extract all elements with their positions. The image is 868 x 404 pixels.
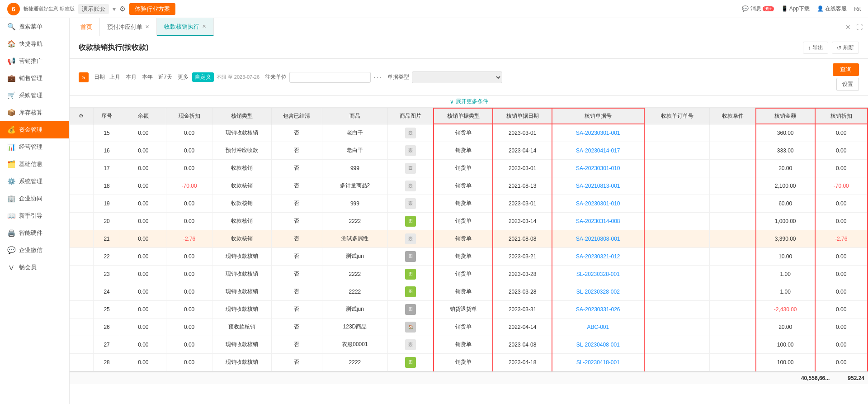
cell-bill-no: SA-20230331-026 <box>552 300 644 318</box>
cell-balance: 0.00 <box>120 283 166 300</box>
tab-prepay[interactable]: 预付冲应付单✕ <box>100 18 157 36</box>
sales-icon: 💼 <box>7 74 15 82</box>
logo-text: 畅捷通谱好生意 标准版 <box>24 5 75 12</box>
sidebar-item-marketing[interactable]: 📢营销推广 <box>0 52 69 70</box>
table-row: 21 0.00 -2.76 收款核销 否 测试多属性 🖼 销货单 2021-08… <box>70 230 868 247</box>
cell-balance: 0.00 <box>120 159 166 177</box>
table-footer: 40,556,66... 952.24 <box>70 371 868 384</box>
cell-goods-img: 🖼 <box>388 195 434 212</box>
bill-no-link[interactable]: SA-20230321-012 <box>576 253 620 260</box>
cell-bill-date: 2023-03-01 <box>493 195 552 212</box>
cell-bill-no: SL-20230328-001 <box>552 265 644 283</box>
cell-cash-discount: 0.00 <box>166 353 212 371</box>
cell-amount: 1,000.00 <box>756 212 815 230</box>
cell-balance: 0.00 <box>120 177 166 195</box>
cell-cash-discount: 0.00 <box>166 318 212 336</box>
cell-bill-date: 2023-03-31 <box>493 300 552 318</box>
sidebar-item-finance[interactable]: 💰资金管理 <box>0 121 69 138</box>
cell-goods: 999 <box>322 159 387 177</box>
cell-included: 否 <box>271 300 322 318</box>
guide-icon: 📖 <box>7 212 15 220</box>
bill-no-link[interactable]: SA-20230301-001 <box>576 130 620 136</box>
sidebar-item-search[interactable]: 🔍搜索菜单 <box>0 18 69 35</box>
cell-seq: 23 <box>93 265 120 283</box>
sidebar-item-sales[interactable]: 💼销售管理 <box>0 70 69 87</box>
date-opt-custom[interactable]: 自定义 <box>192 72 214 82</box>
cell-goods-img: 🖼 <box>388 336 434 353</box>
maximize-tab-btn[interactable]: ⛶ <box>854 22 864 33</box>
filter-bar: » 日期 上月 本月 本年 近7天 更多 自定义 不限 至 2023-07-26 <box>70 59 868 96</box>
sidebar-item-ops[interactable]: 📊经营管理 <box>0 138 69 156</box>
query-btn[interactable]: 查询 <box>833 63 859 76</box>
bill-type-select[interactable] <box>412 71 502 83</box>
filter-bill-type-group: 单据类型 <box>387 71 502 83</box>
settings-gear-btn[interactable]: ⚙ <box>119 5 126 13</box>
date-opt-more[interactable]: 更多 <box>176 72 190 82</box>
date-opt-this-year[interactable]: 本年 <box>140 72 155 82</box>
cell-amount: 3,390.00 <box>756 230 815 247</box>
cell-rec-cond <box>710 353 756 371</box>
bill-no-link[interactable]: SA-20210808-001 <box>576 236 620 242</box>
close-tab-btn[interactable]: ✕ <box>844 22 853 33</box>
sidebar-item-vip[interactable]: V畅会员 <box>0 259 69 276</box>
online-support-label: 在线客服 <box>825 5 847 12</box>
search-icon: 🔍 <box>7 23 15 31</box>
bill-no-link[interactable]: SA-20230301-010 <box>576 165 620 171</box>
cell-cash-discount: 0.00 <box>166 212 212 230</box>
expand-more-label: 展开更多条件 <box>456 98 488 105</box>
company-name: 演示账套 <box>78 4 109 14</box>
sidebar-item-basic[interactable]: 🗂️基础信息 <box>0 156 69 173</box>
top-bar-left: 6 畅捷通谱好生意 标准版 演示账套 ▾ ⚙ 体验行业方案 <box>7 3 736 15</box>
counterpart-input[interactable] <box>289 72 371 83</box>
company-dropdown-icon[interactable]: ▾ <box>113 5 116 13</box>
tab-home[interactable]: 首页 <box>73 18 100 36</box>
cell-bill-no: SL-20230408-001 <box>552 336 644 353</box>
sidebar-item-system[interactable]: ⚙️系统管理 <box>0 173 69 190</box>
table-area: ⚙ 序号 余额 现金折扣 核销类型 包含已结清 商品 商品图片 核销单据类型 核… <box>70 108 868 404</box>
date-opt-last-month[interactable]: 上月 <box>108 72 122 82</box>
corp-icon: 🏢 <box>7 195 15 203</box>
bill-no-link[interactable]: SA-20230414-017 <box>576 147 620 154</box>
sidebar-item-hardware[interactable]: 🖨️智能硬件 <box>0 224 69 242</box>
filter-toggle-btn[interactable]: » <box>79 72 89 82</box>
date-opt-7days[interactable]: 近7天 <box>156 72 174 82</box>
date-options: 上月 本月 本年 近7天 更多 自定义 <box>108 72 214 82</box>
bill-no-link[interactable]: SL-20230418-001 <box>576 359 620 366</box>
sidebar-item-guide[interactable]: 📖新手引导 <box>0 207 69 224</box>
sidebar-item-wechat[interactable]: 💬企业微信 <box>0 242 69 259</box>
bill-no-link[interactable]: ABC-001 <box>587 324 609 330</box>
sidebar-item-inventory[interactable]: 📦库存核算 <box>0 104 69 121</box>
refresh-btn[interactable]: ↺ 刷新 <box>832 42 859 54</box>
sidebar-item-quick[interactable]: 🏠快捷导航 <box>0 35 69 52</box>
export-btn[interactable]: ↑ 导出 <box>803 42 828 54</box>
cell-rec-cond <box>710 283 756 300</box>
cell-rec-order-no <box>644 159 710 177</box>
online-support-btn[interactable]: 👤 在线客服 <box>817 5 847 13</box>
tab-close-prepay[interactable]: ✕ <box>145 24 149 30</box>
trial-industry-btn[interactable]: 体验行业方案 <box>129 3 175 15</box>
sidebar-item-purchase[interactable]: 🛒采购管理 <box>0 87 69 104</box>
sidebar-item-label-marketing: 营销推广 <box>19 57 42 65</box>
bill-no-link[interactable]: SA-20230301-010 <box>576 200 620 207</box>
cell-goods-img: 图 <box>388 265 434 283</box>
messages-btn[interactable]: 💬 消息 99+ <box>742 5 774 13</box>
tab-receivable[interactable]: 收款核销执行✕ <box>157 18 214 36</box>
cell-bill-type: 销货单 <box>434 247 493 265</box>
cell-balance: 0.00 <box>120 124 166 142</box>
bill-no-link[interactable]: SA-20230331-026 <box>576 306 620 313</box>
bill-no-link[interactable]: SL-20230408-001 <box>576 342 620 348</box>
cell-rec-cond <box>710 195 756 212</box>
sidebar-item-corp[interactable]: 🏢企业协同 <box>0 190 69 207</box>
tab-close-receivable[interactable]: ✕ <box>202 24 206 29</box>
date-opt-this-month[interactable]: 本月 <box>124 72 138 82</box>
app-download-btn[interactable]: 📱 App下载 <box>781 5 810 13</box>
bill-no-link[interactable]: SA-20230314-008 <box>576 218 620 224</box>
th-settings[interactable]: ⚙ <box>70 108 93 124</box>
cell-rec-order-no <box>644 195 710 212</box>
bill-no-link[interactable]: SA-20210813-001 <box>576 183 620 189</box>
bill-no-link[interactable]: SL-20230328-002 <box>576 289 620 295</box>
expand-more-btn[interactable]: ∨ 展开更多条件 <box>450 98 488 105</box>
inventory-icon: 📦 <box>7 109 15 117</box>
bill-no-link[interactable]: SL-20230328-001 <box>576 271 620 277</box>
filter-settings-btn[interactable]: 设置 <box>836 78 859 91</box>
